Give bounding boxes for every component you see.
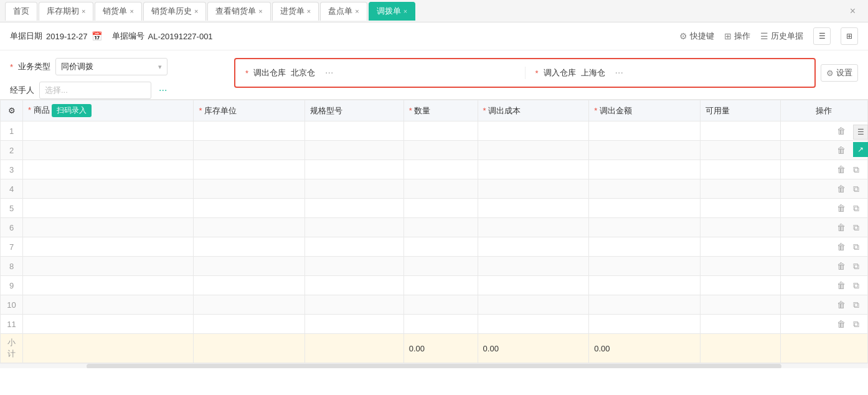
available-cell[interactable] bbox=[700, 160, 780, 179]
delete-row-icon[interactable]: 🗑 bbox=[835, 260, 847, 272]
qty-cell[interactable] bbox=[403, 257, 478, 276]
amount-cell[interactable] bbox=[589, 295, 701, 315]
available-cell[interactable] bbox=[700, 121, 780, 141]
amount-cell[interactable] bbox=[589, 121, 701, 141]
cost-cell[interactable] bbox=[478, 160, 589, 179]
unit-cell[interactable] bbox=[194, 257, 305, 276]
unit-cell[interactable] bbox=[194, 179, 305, 199]
calendar-icon[interactable]: 📅 bbox=[92, 31, 102, 41]
spec-cell[interactable] bbox=[305, 160, 404, 179]
right-list-button[interactable]: ☰ bbox=[853, 125, 868, 140]
tab-purchase-order[interactable]: 进货单 × bbox=[272, 2, 319, 21]
copy-row-icon[interactable]: ⧉ bbox=[850, 240, 862, 253]
product-cell[interactable] bbox=[23, 179, 194, 199]
handler-more-icon[interactable]: ··· bbox=[159, 85, 167, 96]
operations-button[interactable]: ⊞ 操作 bbox=[724, 31, 750, 42]
tab-stocktake-close[interactable]: × bbox=[355, 7, 359, 15]
unit-cell[interactable] bbox=[194, 315, 305, 334]
available-cell[interactable] bbox=[700, 199, 780, 218]
business-type-select[interactable]: 同价调拨 ▾ bbox=[55, 58, 167, 75]
warehouse-out-more-icon[interactable]: ··· bbox=[325, 67, 333, 79]
copy-row-icon[interactable]: ⧉ bbox=[850, 279, 862, 292]
cost-cell[interactable] bbox=[478, 179, 589, 199]
qty-cell[interactable] bbox=[403, 295, 478, 315]
tab-home[interactable]: 首页 bbox=[5, 2, 37, 21]
product-cell[interactable] bbox=[23, 315, 194, 334]
amount-cell[interactable] bbox=[589, 179, 701, 199]
product-cell[interactable] bbox=[23, 257, 194, 276]
cost-cell[interactable] bbox=[478, 218, 589, 237]
copy-row-icon[interactable]: ⧉ bbox=[850, 163, 862, 176]
unit-cell[interactable] bbox=[194, 160, 305, 179]
cost-cell[interactable] bbox=[478, 295, 589, 315]
tab-inventory-init[interactable]: 库存期初 × bbox=[39, 2, 93, 21]
unit-cell[interactable] bbox=[194, 199, 305, 218]
history-button[interactable]: ☰ 历史单据 bbox=[760, 31, 803, 42]
qty-cell[interactable] bbox=[403, 160, 478, 179]
qty-cell[interactable] bbox=[403, 121, 478, 141]
spec-cell[interactable] bbox=[305, 315, 404, 334]
available-cell[interactable] bbox=[700, 276, 780, 295]
spec-cell[interactable] bbox=[305, 121, 404, 141]
available-cell[interactable] bbox=[700, 141, 780, 160]
amount-cell[interactable] bbox=[589, 160, 701, 179]
tab-stocktake[interactable]: 盘点单 × bbox=[320, 2, 367, 21]
product-cell[interactable] bbox=[23, 199, 194, 218]
cost-cell[interactable] bbox=[478, 276, 589, 295]
cost-cell[interactable] bbox=[478, 141, 589, 160]
scan-entry-button[interactable]: 扫码录入 bbox=[52, 104, 92, 117]
product-cell[interactable] bbox=[23, 218, 194, 237]
spec-cell[interactable] bbox=[305, 141, 404, 160]
spec-cell[interactable] bbox=[305, 237, 404, 257]
delete-row-icon[interactable]: 🗑 bbox=[835, 183, 847, 195]
product-cell[interactable] bbox=[23, 141, 194, 160]
available-cell[interactable] bbox=[700, 315, 780, 334]
cost-cell[interactable] bbox=[478, 121, 589, 141]
cost-cell[interactable] bbox=[478, 199, 589, 218]
tab-transfer[interactable]: 调拨单 × bbox=[369, 2, 415, 21]
qty-cell[interactable] bbox=[403, 315, 478, 334]
warehouse-in-more-icon[interactable]: ··· bbox=[615, 67, 623, 79]
unit-cell[interactable] bbox=[194, 218, 305, 237]
handler-select[interactable]: 选择... bbox=[39, 82, 151, 99]
amount-cell[interactable] bbox=[589, 257, 701, 276]
tab-sales-history-close[interactable]: × bbox=[194, 7, 198, 15]
qty-cell[interactable] bbox=[403, 276, 478, 295]
product-cell[interactable] bbox=[23, 237, 194, 257]
cost-cell[interactable] bbox=[478, 315, 589, 334]
tab-sales-order-close[interactable]: × bbox=[130, 7, 133, 15]
horizontal-scrollbar[interactable] bbox=[0, 363, 868, 368]
amount-cell[interactable] bbox=[589, 199, 701, 218]
product-cell[interactable] bbox=[23, 160, 194, 179]
qty-cell[interactable] bbox=[403, 218, 478, 237]
unit-cell[interactable] bbox=[194, 276, 305, 295]
qty-cell[interactable] bbox=[403, 179, 478, 199]
spec-cell[interactable] bbox=[305, 218, 404, 237]
right-export-button[interactable]: ↗ bbox=[853, 142, 868, 157]
copy-row-icon[interactable]: ⧉ bbox=[850, 202, 862, 214]
layout-grid-button[interactable]: ⊞ bbox=[841, 27, 858, 45]
product-cell[interactable] bbox=[23, 276, 194, 295]
qty-cell[interactable] bbox=[403, 237, 478, 257]
layout-list-button[interactable]: ☰ bbox=[813, 27, 831, 45]
copy-row-icon[interactable]: ⧉ bbox=[850, 318, 862, 330]
spec-cell[interactable] bbox=[305, 276, 404, 295]
qty-cell[interactable] bbox=[403, 141, 478, 160]
available-cell[interactable] bbox=[700, 179, 780, 199]
available-cell[interactable] bbox=[700, 257, 780, 276]
cost-cell[interactable] bbox=[478, 237, 589, 257]
window-close-button[interactable]: × bbox=[842, 6, 863, 17]
amount-cell[interactable] bbox=[589, 218, 701, 237]
delete-row-icon[interactable]: 🗑 bbox=[835, 163, 847, 176]
spec-cell[interactable] bbox=[305, 179, 404, 199]
copy-row-icon[interactable]: ⧉ bbox=[850, 183, 862, 195]
tab-view-sales[interactable]: 查看销货单 × bbox=[207, 2, 270, 21]
tab-view-sales-close[interactable]: × bbox=[258, 7, 262, 15]
col-gear[interactable]: ⚙ bbox=[1, 100, 23, 121]
amount-cell[interactable] bbox=[589, 141, 701, 160]
delete-row-icon[interactable]: 🗑 bbox=[835, 202, 847, 214]
shortcuts-button[interactable]: ⚙ 快捷键 bbox=[679, 31, 714, 42]
settings-button[interactable]: ⚙ 设置 bbox=[821, 64, 858, 82]
tab-inventory-init-close[interactable]: × bbox=[82, 7, 85, 15]
available-cell[interactable] bbox=[700, 237, 780, 257]
